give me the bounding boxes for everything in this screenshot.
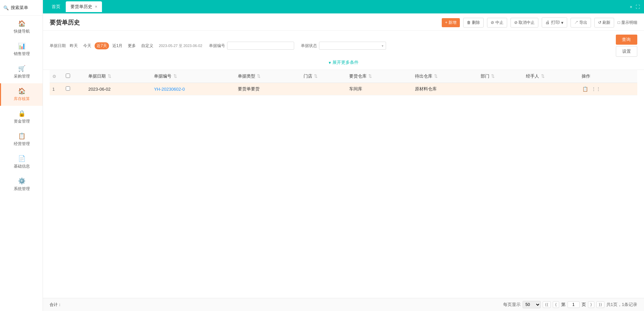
th-settings[interactable]: ⚙ — [50, 70, 63, 83]
date-shortcut-last1month[interactable]: 近1月 — [110, 42, 125, 49]
status-select[interactable] — [319, 42, 386, 50]
doc-number-input[interactable] — [227, 42, 294, 50]
page-size-select[interactable]: 50 10 20 100 — [523, 301, 541, 308]
operation-icons: 📋 ⋮⋮ — [582, 86, 635, 92]
th-number[interactable]: 单据编号 ⇅ — [151, 70, 235, 83]
delete-button[interactable]: 🗑 删除 — [463, 18, 484, 28]
row-select-checkbox[interactable] — [66, 86, 70, 91]
sidebar-item-label: 经营管理 — [14, 141, 30, 147]
stop-button[interactable]: ⊘ 中止 — [487, 18, 507, 28]
sidebar-item-label: 销售管理 — [14, 51, 30, 57]
row-department — [478, 83, 524, 95]
main-area: 首页 要货单历史 × × ⛶ 要货单历史 + 新增 🗑 删除 ⊘ 中止 ⊘ 取消… — [43, 0, 644, 311]
th-req-warehouse[interactable]: 要货仓库 ⇅ — [346, 70, 412, 83]
tab-requisition-history[interactable]: 要货单历史 × — [66, 1, 102, 12]
th-department[interactable]: 部门 ⇅ — [478, 70, 524, 83]
expand-label: 展开更多条件 — [332, 59, 359, 65]
print-arrow-icon: ▾ — [561, 20, 564, 25]
sidebar-item-finance[interactable]: 🔒 资金管理 — [0, 106, 43, 128]
content-area: 要货单历史 + 新增 🗑 删除 ⊘ 中止 ⊘ 取消中止 🖨 打印 ▾ ↗ 导出 … — [43, 13, 644, 311]
table-row[interactable]: 1 2023-06-02 YH-20230602-0 要货单要货 车间库 原材料… — [50, 83, 637, 95]
last-page-button[interactable]: ⟩⟩ — [596, 301, 604, 308]
tab-close-icon[interactable]: × — [95, 4, 97, 9]
handler-sort-icon: ⇅ — [541, 74, 545, 79]
table-area: ⚙ 单据日期 ⇅ 单据编号 ⇅ 单据类型 ⇅ — [43, 70, 644, 298]
date-shortcut-custom[interactable]: 自定义 — [139, 42, 155, 49]
page-title: 要货单历史 — [50, 18, 80, 27]
system-icon: ⚙️ — [18, 177, 25, 185]
th-pending-warehouse[interactable]: 待出仓库 ⇅ — [412, 70, 478, 83]
topbar-close-btn[interactable]: × — [630, 4, 632, 9]
select-all-checkbox[interactable] — [66, 74, 70, 78]
row-store — [301, 83, 346, 95]
sales-icon: 📊 — [18, 42, 25, 50]
query-button[interactable]: 查询 — [616, 35, 637, 45]
th-date[interactable]: 单据日期 ⇅ — [86, 70, 151, 83]
footer-sum-label: 合计： — [50, 302, 62, 308]
home-icon: 🏠 — [18, 20, 25, 27]
sidebar-item-inventory[interactable]: 🏠 库存核算 — [0, 83, 43, 106]
first-page-button[interactable]: ⟨⟨ — [543, 301, 551, 308]
tab-requisition-history-label: 要货单历史 — [70, 4, 92, 10]
topbar-right: × ⛶ — [630, 4, 640, 9]
date-shortcut-yesterday[interactable]: 昨天 — [68, 42, 80, 49]
sidebar-item-sales[interactable]: 📊 销售管理 — [0, 38, 43, 61]
doc-number-label: 单据编号 — [209, 43, 225, 49]
base-info-icon: 📄 — [18, 155, 25, 162]
sidebar-item-system[interactable]: ⚙️ 系统管理 — [0, 173, 43, 196]
page-number-input[interactable] — [568, 301, 580, 308]
date-filter-label: 单据日期 — [50, 43, 66, 49]
expand-filter-button[interactable]: ▾ 展开更多条件 — [50, 59, 637, 65]
expand-icon: ▾ — [329, 60, 331, 65]
sidebar-item-label: 资金管理 — [14, 119, 30, 124]
sidebar-item-operations[interactable]: 📋 经营管理 — [0, 128, 43, 151]
th-handler[interactable]: 经手人 ⇅ — [523, 70, 579, 83]
pending-warehouse-sort-icon: ⇅ — [434, 74, 438, 79]
new-button[interactable]: + 新增 — [442, 18, 460, 27]
row-req-warehouse: 车间库 — [346, 83, 412, 95]
doc-number-filter: 单据编号 — [209, 42, 294, 50]
row-checkbox — [63, 83, 86, 95]
finance-icon: 🔒 — [18, 110, 25, 117]
setting-button[interactable]: 设置 — [616, 46, 637, 57]
date-sort-icon: ⇅ — [108, 74, 111, 79]
row-operation: 📋 ⋮⋮ — [579, 83, 637, 95]
sidebar-item-label: 系统管理 — [14, 186, 30, 192]
th-store[interactable]: 门店 ⇅ — [301, 70, 346, 83]
date-shortcut-last7days[interactable]: 近7天 — [95, 42, 109, 49]
status-filter: 单据状态 ▾ — [301, 42, 386, 50]
date-shortcut-today[interactable]: 今天 — [81, 42, 93, 49]
purchase-icon: 🛒 — [18, 65, 25, 72]
sidebar: 🔍 搜索菜单 🏠 快捷导航 📊 销售管理 🛒 采购管理 🏠 库存核算 🔒 资金管… — [0, 0, 43, 311]
sidebar-item-label: 快捷导航 — [14, 29, 30, 34]
status-select-wrapper: ▾ — [319, 42, 386, 50]
topbar-maximize-btn[interactable]: ⛶ — [636, 4, 640, 9]
edit-icon[interactable]: 📋 — [582, 86, 589, 92]
date-shortcuts: 昨天 今天 近7天 近1月 更多 自定义 — [68, 42, 155, 49]
sidebar-item-base-info[interactable]: 📄 基础信息 — [0, 151, 43, 173]
display-detail-button[interactable]: □ 显示明细 — [618, 20, 637, 26]
next-page-button[interactable]: ⟩ — [588, 301, 594, 308]
export-button[interactable]: ↗ 导出 — [571, 18, 591, 28]
page-of-label: 页 — [582, 302, 586, 308]
row-number[interactable]: YH-20230602-0 — [151, 83, 235, 95]
sidebar-item-label: 基础信息 — [14, 164, 30, 169]
filter-area: 单据日期 昨天 今天 近7天 近1月 更多 自定义 2023-05-27 至 2… — [43, 31, 644, 70]
refresh-button[interactable]: ↺ 刷新 — [594, 18, 614, 28]
sidebar-search[interactable]: 🔍 搜索菜单 — [0, 0, 43, 16]
sidebar-item-quick-nav[interactable]: 🏠 快捷导航 — [0, 16, 43, 38]
print-icon: 🖨 打印 — [545, 19, 560, 26]
print-button[interactable]: 🖨 打印 ▾ — [542, 17, 567, 28]
prev-page-button[interactable]: ⟨ — [553, 301, 559, 308]
tab-home[interactable]: 首页 — [47, 1, 65, 12]
topbar: 首页 要货单历史 × × ⛶ — [43, 0, 644, 13]
row-num: 1 — [50, 83, 63, 95]
page-label: 第 — [561, 302, 566, 308]
date-range-text: 2023-05-27 至 2023-06-02 — [159, 43, 202, 48]
toolbar: + 新增 🗑 删除 ⊘ 中止 ⊘ 取消中止 🖨 打印 ▾ ↗ 导出 ↺ 刷新 □… — [442, 17, 637, 28]
cancel-stop-button[interactable]: ⊘ 取消中止 — [511, 18, 538, 28]
date-shortcut-more[interactable]: 更多 — [126, 42, 138, 49]
more-icon[interactable]: ⋮⋮ — [591, 86, 601, 92]
th-type[interactable]: 单据类型 ⇅ — [235, 70, 301, 83]
sidebar-item-purchase[interactable]: 🛒 采购管理 — [0, 61, 43, 83]
